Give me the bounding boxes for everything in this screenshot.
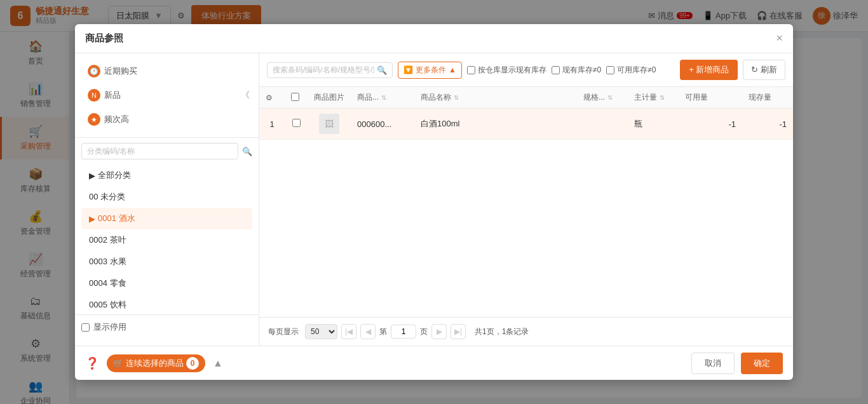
- modal-toolbar: 🔍 🔽 更多条件 ▲ 按仓库显示现有库存 现有库存≠0 可用库存≠: [259, 53, 793, 87]
- filter-icon: 🔽: [403, 65, 413, 74]
- cart-count-badge: 0: [186, 357, 199, 370]
- cell-seq: 1: [259, 109, 285, 140]
- th-code: 商品... ⇅: [351, 87, 414, 109]
- available-stock-option[interactable]: 可用库存≠0: [606, 65, 656, 76]
- row-checkbox[interactable]: [292, 119, 301, 127]
- show-disabled-input[interactable]: [81, 323, 90, 332]
- product-table-wrap: ⚙ 商品图片 商品... ⇅: [259, 87, 793, 317]
- toolbar-right: + 新增商品 ↻ 刷新: [680, 60, 785, 80]
- category-search: 🔍: [75, 138, 259, 165]
- cell-name: 白酒100ml: [414, 109, 577, 140]
- expand-icon-spirits: ▶: [89, 214, 95, 224]
- product-search-icon[interactable]: 🔍: [377, 65, 387, 75]
- pagination: 每页显示 50 20 100 |◀ ◀ 第 页 ▶ ▶| 共1页，1条记录: [259, 317, 793, 346]
- last-page-button[interactable]: ▶|: [451, 324, 466, 339]
- name-sort-icon[interactable]: ⇅: [454, 94, 459, 101]
- cart-icon: 🛒: [113, 358, 123, 368]
- cell-available: -1: [679, 109, 742, 140]
- refresh-button[interactable]: ↻ 刷新: [743, 60, 785, 80]
- table-header: ⚙ 商品图片 商品... ⇅: [259, 87, 793, 109]
- cell-stock: -1: [742, 109, 793, 140]
- page-size-select[interactable]: 50 20 100: [305, 324, 337, 339]
- expand-icon: ▶: [89, 171, 95, 180]
- table-row[interactable]: 1 🖼 000600... 白酒100ml 瓶 -1: [259, 109, 793, 140]
- current-stock-checkbox[interactable]: [552, 66, 560, 74]
- modal-close-button[interactable]: ×: [776, 32, 783, 45]
- modal-footer: ❓ 🛒 连续选择的商品 0 ▲ 取消 确定: [75, 346, 793, 380]
- recent-icon: 🕐: [88, 65, 100, 77]
- show-disabled-checkbox[interactable]: 显示停用: [75, 314, 259, 339]
- table-header-row: ⚙ 商品图片 商品... ⇅: [259, 87, 793, 109]
- th-unit: 主计量 ⇅: [628, 87, 679, 109]
- cell-image: 🖼: [308, 109, 351, 140]
- product-table: ⚙ 商品图片 商品... ⇅: [259, 87, 793, 140]
- cancel-button[interactable]: 取消: [691, 353, 735, 374]
- category-list: ▶ 全部分类 00 未分类 ▶ 0001 酒水 0002 茶叶 0003 水果: [75, 165, 259, 314]
- category-item-spirits[interactable]: ▶ 0001 酒水: [81, 208, 252, 229]
- collapse-footer-icon[interactable]: ▲: [213, 358, 223, 369]
- cell-spec: [577, 109, 628, 140]
- filter-arrow-icon: ▲: [449, 65, 456, 74]
- page-label: 第: [379, 327, 387, 337]
- category-item-all[interactable]: ▶ 全部分类: [81, 165, 252, 186]
- product-thumbnail: 🖼: [319, 114, 339, 134]
- product-reference-modal: 商品参照 × 🕐 近期购买 N 新品: [75, 24, 793, 380]
- product-search-input[interactable]: [273, 65, 374, 74]
- confirm-button[interactable]: 确定: [741, 353, 783, 374]
- code-sort-icon[interactable]: ⇅: [381, 94, 386, 101]
- tab-new-products[interactable]: N 新品: [81, 84, 238, 107]
- th-image: 商品图片: [308, 87, 351, 109]
- page-number-input[interactable]: [391, 325, 416, 339]
- th-available: 可用量: [679, 87, 742, 109]
- th-check: [285, 87, 308, 109]
- settings-icon[interactable]: ⚙: [266, 93, 273, 102]
- table-body: 1 🖼 000600... 白酒100ml 瓶 -1: [259, 109, 793, 140]
- spec-sort-icon[interactable]: ⇅: [607, 94, 613, 101]
- modal-title: 商品参照: [85, 32, 776, 44]
- warehouse-stock-checkbox[interactable]: [467, 66, 475, 74]
- modal-right: 🔍 🔽 更多条件 ▲ 按仓库显示现有库存 现有库存≠0 可用库存≠: [259, 53, 793, 346]
- unit-sort-icon[interactable]: ⇅: [660, 94, 665, 101]
- cell-check: [285, 109, 308, 140]
- product-search-wrap: 🔍: [267, 62, 393, 78]
- footer-actions: 取消 确定: [691, 353, 783, 374]
- th-name: 商品名称 ⇅: [414, 87, 577, 109]
- category-item-uncategorized[interactable]: 00 未分类: [81, 186, 252, 208]
- category-item-fruit[interactable]: 0003 水果: [81, 251, 252, 273]
- warehouse-stock-option[interactable]: 按仓库显示现有库存: [467, 65, 546, 76]
- category-search-input[interactable]: [81, 143, 238, 159]
- available-stock-checkbox[interactable]: [606, 66, 614, 74]
- th-spec: 规格... ⇅: [577, 87, 628, 109]
- new-icon: N: [88, 89, 100, 102]
- more-filters-button[interactable]: 🔽 更多条件 ▲: [398, 62, 462, 79]
- th-settings: ⚙: [259, 87, 285, 109]
- page-label-2: 页: [420, 327, 428, 337]
- th-stock: 现存量: [742, 87, 793, 109]
- modal-body: 🕐 近期购买 N 新品 ★ 频次高 《: [75, 53, 793, 346]
- tab-high-frequency[interactable]: ★ 频次高: [81, 108, 238, 131]
- tab-recent-purchase[interactable]: 🕐 近期购买: [81, 60, 238, 83]
- category-item-tea[interactable]: 0002 茶叶: [81, 229, 252, 251]
- category-search-icon[interactable]: 🔍: [242, 147, 252, 156]
- first-page-button[interactable]: |◀: [341, 324, 356, 339]
- help-icon[interactable]: ❓: [85, 356, 99, 370]
- frequency-icon: ★: [88, 113, 100, 126]
- select-all-checkbox[interactable]: [291, 93, 299, 101]
- modal-header: 商品参照 ×: [75, 24, 793, 53]
- current-stock-option[interactable]: 现有库存≠0: [552, 65, 601, 76]
- next-page-button[interactable]: ▶: [431, 324, 447, 339]
- modal-sidebar: 🕐 近期购买 N 新品 ★ 频次高 《: [75, 53, 259, 346]
- category-item-snacks[interactable]: 0004 零食: [81, 273, 252, 294]
- category-item-drinks[interactable]: 0005 饮料: [81, 294, 252, 314]
- sidebar-collapse-button[interactable]: 《: [238, 87, 252, 104]
- prev-page-button[interactable]: ◀: [360, 324, 376, 339]
- cart-button[interactable]: 🛒 连续选择的商品 0: [107, 354, 205, 372]
- add-product-button[interactable]: + 新增商品: [680, 60, 738, 80]
- sidebar-tabs: 🕐 近期购买 N 新品 ★ 频次高 《: [75, 60, 259, 138]
- cell-code: 000600...: [351, 109, 414, 140]
- cell-unit: 瓶: [628, 109, 679, 140]
